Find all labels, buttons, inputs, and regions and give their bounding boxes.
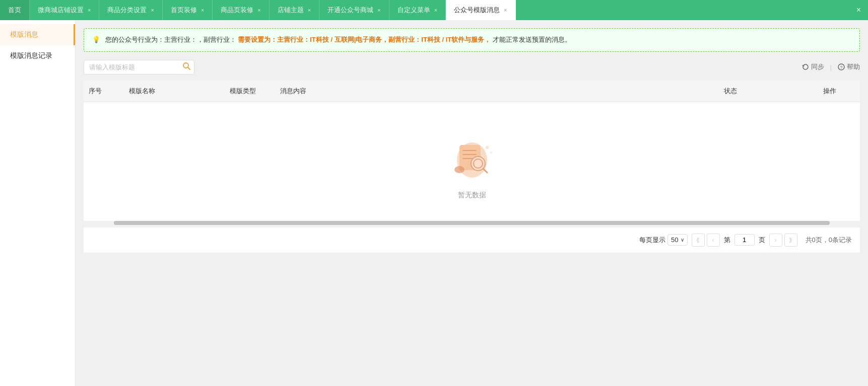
notice-text1: 您的公众号行业为：主营行业：，副营行业： [105, 36, 236, 43]
svg-point-14 [490, 151, 492, 153]
nav-home-decor-close[interactable]: × [201, 8, 204, 13]
sync-label: 同步 [811, 62, 824, 71]
per-page-label: 每页显示 [639, 236, 665, 245]
nav-close-all-button[interactable]: × [849, 0, 868, 20]
top-nav: 首页 微商城店铺设置 × 商品分类设置 × 首页装修 × 商品页装修 × 店铺主… [0, 0, 868, 20]
nav-home-label: 首页 [8, 6, 21, 15]
help-icon: ? [838, 63, 845, 70]
main-layout: 模版消息 模版消息记录 💡 您的公众号行业为：主营行业：，副营行业： 需要设置为… [0, 20, 868, 386]
nav-product-decor-close[interactable]: × [257, 8, 260, 13]
svg-point-6 [454, 166, 464, 173]
empty-state: 暂无数据 [84, 102, 860, 220]
sidebar-item-template-record-label: 模版消息记录 [10, 51, 52, 59]
divider: | [830, 63, 832, 71]
page-next-button[interactable]: › [769, 234, 782, 247]
nav-open-mall[interactable]: 开通公众号商城 × [319, 0, 389, 20]
page-unit: 页 [759, 236, 765, 245]
nav-shop-theme-label: 店铺主题 [278, 6, 304, 15]
nav-shop-settings-close[interactable]: × [88, 8, 91, 13]
nav-shop-settings-label: 微商城店铺设置 [38, 6, 84, 15]
content-area: 💡 您的公众号行业为：主营行业：，副营行业： 需要设置为：主营行业：IT科技 /… [76, 20, 868, 386]
empty-illustration [447, 132, 497, 183]
toolbar-right: 同步 | ? 帮助 [802, 62, 860, 71]
search-icon [183, 62, 190, 70]
nav-shop-theme[interactable]: 店铺主题 × [270, 0, 319, 20]
page-number-input[interactable] [735, 234, 755, 246]
nav-template-msg-label: 公众号模版消息 [454, 6, 500, 15]
sync-icon [802, 63, 809, 70]
nav-home-decor-label: 首页装修 [171, 6, 197, 15]
page-first-button[interactable]: ⟪ [692, 234, 705, 247]
data-table: 序号 模版名称 模版类型 消息内容 状态 操作 [84, 81, 860, 253]
search-bar: 同步 | ? 帮助 [84, 60, 860, 74]
nav-home[interactable]: 首页 [0, 0, 30, 20]
scroll-thumb[interactable] [114, 221, 830, 225]
nav-custom-menu-label: 自定义菜单 [397, 6, 430, 15]
per-page-value: 50 [671, 236, 678, 244]
nav-template-msg-close[interactable]: × [504, 8, 507, 13]
th-status: 状态 [719, 81, 799, 102]
search-button[interactable] [183, 62, 190, 71]
help-label: 帮助 [847, 62, 860, 71]
notice-highlight: 需要设置为：主营行业：IT科技 / 互联网|电子商务，副营行业：IT科技 / I… [238, 36, 491, 43]
svg-line-1 [188, 67, 190, 69]
notice-text3: 才能正常发送预置的消息。 [493, 36, 571, 43]
nav-open-mall-close[interactable]: × [377, 8, 380, 13]
svg-text:?: ? [840, 65, 842, 70]
search-input-wrap [84, 60, 194, 74]
sidebar-item-template-record[interactable]: 模版消息记录 [0, 45, 75, 66]
help-button[interactable]: ? 帮助 [838, 62, 860, 71]
sidebar-item-template-msg[interactable]: 模版消息 [0, 24, 75, 45]
search-input[interactable] [84, 60, 194, 74]
sidebar: 模版消息 模版消息记录 [0, 20, 76, 386]
pagination: 每页显示 50 ∨ ⟪ ‹ 第 页 › ⟫ 共0页，0条记录 [84, 227, 860, 253]
nav-category-close[interactable]: × [151, 8, 154, 13]
nav-product-decor[interactable]: 商品页装修 × [213, 0, 269, 20]
nav-shop-settings[interactable]: 微商城店铺设置 × [30, 0, 99, 20]
nav-product-decor-label: 商品页装修 [221, 6, 253, 15]
page-prev-button[interactable]: ‹ [707, 234, 720, 247]
nav-category-settings[interactable]: 商品分类设置 × [99, 0, 162, 20]
chevron-down-icon: ∨ [681, 237, 684, 243]
page-nav: ⟪ ‹ 第 页 › ⟫ [692, 234, 797, 247]
nav-template-msg[interactable]: 公众号模版消息 × [446, 0, 515, 20]
th-op: 操作 [799, 81, 860, 102]
table-header: 序号 模版名称 模版类型 消息内容 状态 操作 [84, 81, 860, 102]
page-last-button[interactable]: ⟫ [784, 234, 797, 247]
th-content: 消息内容 [275, 81, 719, 102]
notice-icon: 💡 [92, 36, 100, 43]
nav-custom-menu-close[interactable]: × [434, 8, 437, 13]
svg-point-13 [486, 146, 489, 149]
page-size-select: 每页显示 50 ∨ [639, 234, 687, 246]
empty-text: 暂无数据 [458, 191, 486, 200]
per-page-dropdown[interactable]: 50 ∨ [667, 234, 687, 246]
sync-button[interactable]: 同步 [802, 62, 824, 71]
nav-home-decor[interactable]: 首页装修 × [163, 0, 213, 20]
page-label: 第 [724, 236, 730, 245]
total-info: 共0页，0条记录 [806, 236, 852, 245]
th-name: 模版名称 [124, 81, 225, 102]
th-type: 模版类型 [225, 81, 275, 102]
nav-custom-menu[interactable]: 自定义菜单 × [389, 0, 446, 20]
sidebar-item-template-msg-label: 模版消息 [10, 30, 38, 38]
nav-category-settings-label: 商品分类设置 [107, 6, 147, 15]
notice-box: 💡 您的公众号行业为：主营行业：，副营行业： 需要设置为：主营行业：IT科技 /… [84, 28, 860, 52]
th-seq: 序号 [84, 81, 124, 102]
nav-open-mall-label: 开通公众号商城 [327, 6, 373, 15]
scroll-track[interactable] [84, 221, 860, 227]
nav-shop-theme-close[interactable]: × [308, 8, 311, 13]
